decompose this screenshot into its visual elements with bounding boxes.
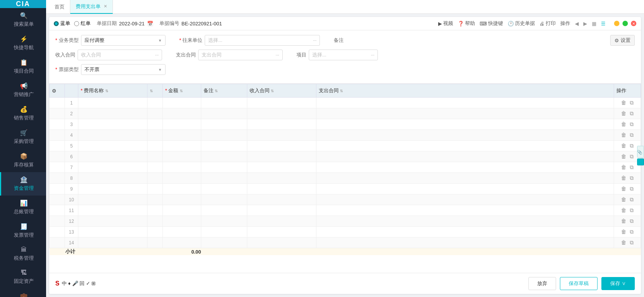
project-select[interactable]: 选择... ··· [309, 50, 378, 60]
expense-contract-input[interactable]: 支出合同 ··· [198, 50, 283, 60]
th-income-contract[interactable]: 收入合同 ⇅ [247, 84, 316, 98]
sidebar-item-marketing[interactable]: 📢 营销推广 [0, 78, 46, 102]
row-expense-cell[interactable] [316, 108, 614, 119]
row-remark-cell[interactable] [201, 194, 247, 205]
copy-icon[interactable]: ⧉ [630, 143, 634, 149]
row-amount-cell[interactable] [163, 130, 201, 141]
window-maximize-button[interactable] [622, 21, 628, 26]
row-name-cell[interactable] [78, 194, 147, 205]
row-name-cell[interactable] [78, 98, 147, 108]
copy-icon[interactable]: ⧉ [630, 207, 634, 213]
sidebar-item-finance[interactable]: 🏦 资金管理 [0, 172, 46, 196]
row-income-cell[interactable] [247, 119, 316, 130]
nav-right-icon[interactable]: ▶ [583, 21, 587, 27]
row-income-cell[interactable] [247, 151, 316, 162]
sidebar-item-invoice[interactable]: 🧾 发票管理 [0, 219, 46, 242]
row-name-cell[interactable] [78, 119, 147, 130]
side-panel-green[interactable] [637, 158, 644, 165]
row-remark-cell[interactable] [201, 108, 247, 119]
sidebar-item-sales[interactable]: 💰 销售管理 [0, 102, 46, 125]
sidebar-item-project[interactable]: 📋 项目合同 [0, 55, 46, 78]
delete-icon[interactable]: 🗑 [621, 143, 626, 149]
nav-left-icon[interactable]: ◀ [575, 21, 579, 27]
delete-icon[interactable]: 🗑 [621, 132, 626, 138]
row-expense-cell[interactable] [316, 194, 614, 205]
copy-icon[interactable]: ⧉ [630, 239, 634, 246]
row-amount-cell[interactable] [163, 184, 201, 194]
save-button[interactable]: 保存 ∨ [601, 277, 635, 290]
copy-icon[interactable]: ⧉ [630, 153, 634, 159]
tab-close-icon[interactable]: ✕ [104, 4, 107, 9]
row-remark-cell[interactable] [201, 205, 247, 216]
row-expense-cell[interactable] [316, 130, 614, 141]
row-name-cell[interactable] [78, 173, 147, 184]
row-expense-cell[interactable] [316, 184, 614, 194]
row-remark-cell[interactable] [201, 151, 247, 162]
row-remark-cell[interactable] [201, 173, 247, 184]
row-expense-cell[interactable] [316, 141, 614, 151]
tab-expense[interactable]: 费用支出单 ✕ [70, 0, 113, 14]
sidebar-item-purchase[interactable]: 🛒 采购管理 [0, 125, 46, 149]
tab-home[interactable]: 首页 [49, 0, 70, 14]
row-amount-cell[interactable] [163, 205, 201, 216]
row-income-cell[interactable] [247, 237, 316, 248]
row-remark-cell[interactable] [201, 98, 247, 108]
row-name-cell[interactable] [78, 184, 147, 194]
row-income-cell[interactable] [247, 130, 316, 141]
sidebar-item-tax[interactable]: 🏛 税务管理 [0, 242, 46, 265]
row-expense-cell[interactable] [316, 151, 614, 162]
sidebar-item-accounting[interactable]: 📊 总账管理 [0, 196, 46, 219]
th-amount[interactable]: * 金额 ⇅ [163, 84, 201, 98]
grid-icon[interactable]: ▦ [592, 21, 596, 27]
copy-icon[interactable]: ⧉ [630, 186, 634, 192]
row-amount-cell[interactable] [163, 216, 201, 227]
row-amount-cell[interactable] [163, 108, 201, 119]
row-name-cell[interactable] [78, 237, 147, 248]
copy-icon[interactable]: ⧉ [630, 100, 634, 106]
delete-icon[interactable]: 🗑 [621, 121, 626, 127]
row-remark-cell[interactable] [201, 184, 247, 194]
partner-select[interactable]: 选择... ··· [205, 35, 320, 46]
copy-icon[interactable]: ⧉ [630, 229, 634, 235]
row-income-cell[interactable] [247, 108, 316, 119]
copy-icon[interactable]: ⧉ [630, 110, 634, 116]
operation-button[interactable]: 操作 [560, 20, 570, 27]
sidebar-item-salary[interactable]: 💼 工资 [0, 289, 46, 297]
row-income-cell[interactable] [247, 98, 316, 108]
th-remark[interactable]: 备注 ⇅ [201, 84, 247, 98]
video-button[interactable]: ▶ 视频 [438, 20, 453, 27]
row-expense-cell[interactable] [316, 237, 614, 248]
red-bill-radio[interactable]: 红单 [74, 20, 91, 27]
delete-icon[interactable]: 🗑 [621, 186, 626, 192]
row-amount-cell[interactable] [163, 173, 201, 184]
copy-icon[interactable]: ⧉ [630, 218, 634, 224]
row-income-cell[interactable] [247, 162, 316, 173]
row-income-cell[interactable] [247, 184, 316, 194]
row-remark-cell[interactable] [201, 141, 247, 151]
row-expense-cell[interactable] [316, 162, 614, 173]
row-income-cell[interactable] [247, 194, 316, 205]
row-name-cell[interactable] [78, 216, 147, 227]
row-remark-cell[interactable] [201, 119, 247, 130]
copy-icon[interactable]: ⧉ [630, 121, 634, 127]
side-panel-attachment[interactable]: 📎 [637, 146, 644, 158]
copy-icon[interactable]: ⧉ [630, 175, 634, 181]
row-income-cell[interactable] [247, 227, 316, 237]
th-settings[interactable]: ⚙ [50, 84, 65, 98]
row-expense-cell[interactable] [316, 98, 614, 108]
row-amount-cell[interactable] [163, 227, 201, 237]
delete-icon[interactable]: 🗑 [621, 229, 626, 235]
service-type-select[interactable]: 应付调整 ▼ [81, 35, 166, 46]
row-amount-cell[interactable] [163, 237, 201, 248]
row-expense-cell[interactable] [316, 227, 614, 237]
th-name[interactable]: * 费用名称 ⇅ [78, 84, 147, 98]
row-name-cell[interactable] [78, 205, 147, 216]
row-expense-cell[interactable] [316, 216, 614, 227]
row-amount-cell[interactable] [163, 119, 201, 130]
row-expense-cell[interactable] [316, 173, 614, 184]
row-name-cell[interactable] [78, 227, 147, 237]
row-amount-cell[interactable] [163, 141, 201, 151]
delete-icon[interactable]: 🗑 [621, 196, 626, 202]
row-income-cell[interactable] [247, 205, 316, 216]
calendar-icon[interactable]: 📅 [147, 21, 153, 27]
